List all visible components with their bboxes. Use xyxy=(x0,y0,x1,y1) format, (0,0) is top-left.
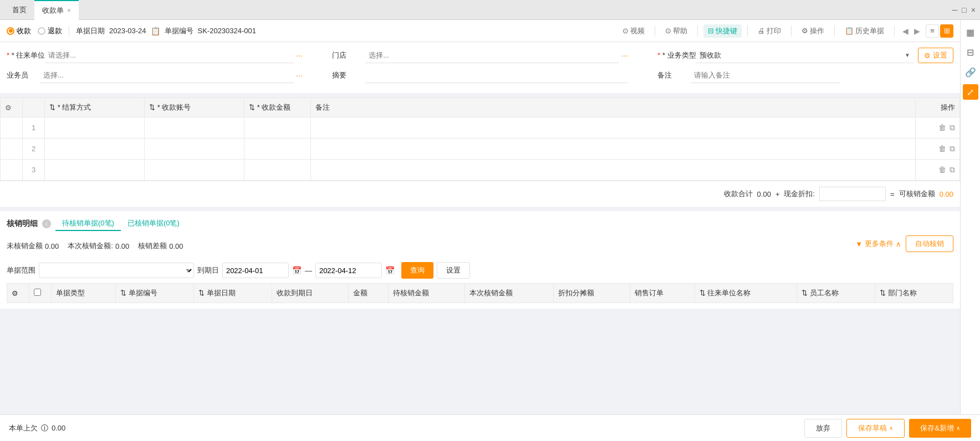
cal-from-icon[interactable]: 📅 xyxy=(292,266,302,275)
win-close-btn[interactable]: × xyxy=(971,6,976,14)
save-draft-btn[interactable]: 保存草稿 ∧ xyxy=(846,419,905,438)
summary-row: 收款合计 0.00 + 现金折扣: = 可核销金额 0.00 xyxy=(0,181,960,211)
date-from-input[interactable] xyxy=(222,263,289,278)
counterpart-input[interactable] xyxy=(45,48,294,63)
row-amount-3[interactable] xyxy=(244,160,311,181)
help-label: 帮助 xyxy=(673,26,687,36)
save-new-arrow-icon: ∧ xyxy=(956,425,960,431)
query-btn[interactable]: 查询 xyxy=(401,262,433,279)
store-input[interactable] xyxy=(365,48,619,63)
sidebar-icon-4[interactable]: ⤢ xyxy=(963,84,978,100)
row-delete-1[interactable]: 🗑 xyxy=(938,123,946,132)
table-settings-icon[interactable]: ⚙ xyxy=(5,104,12,112)
select-all-checkbox[interactable] xyxy=(34,289,41,296)
shortcut-label: 快捷键 xyxy=(716,26,737,36)
store-more-icon[interactable]: ··· xyxy=(621,51,628,60)
settings-label: 设置 xyxy=(933,50,947,60)
staff-input[interactable] xyxy=(40,68,294,83)
remark-input[interactable] xyxy=(691,68,840,83)
row-amount-2[interactable] xyxy=(244,139,311,160)
operation-btn[interactable]: ⚙ 操作 xyxy=(797,24,829,38)
row-copy-2[interactable]: ⧉ xyxy=(950,144,955,153)
divider-4 xyxy=(747,25,748,37)
summary-input[interactable] xyxy=(365,68,628,83)
tab-home[interactable]: 首页 xyxy=(4,0,34,20)
row-account-2[interactable] xyxy=(145,139,244,160)
writeoff-info-icon[interactable]: i xyxy=(42,219,51,228)
table-row: 2 🗑 ⧉ xyxy=(1,139,960,160)
win-maximize-btn[interactable]: □ xyxy=(962,6,966,14)
tab-pending[interactable]: 待核销单据(0笔) xyxy=(55,217,121,231)
video-icon: ⊙ xyxy=(622,27,629,35)
tab-receipt[interactable]: 收款单 × xyxy=(34,0,79,20)
sidebar-icon-2[interactable]: ⊟ xyxy=(963,44,978,60)
history-btn[interactable]: 📋 历史单据 xyxy=(840,24,889,38)
row-copy-1[interactable]: ⧉ xyxy=(950,123,955,132)
row-remark-3[interactable] xyxy=(311,160,916,181)
help-btn[interactable]: ⊙ 帮助 xyxy=(661,24,692,38)
bottom-settings-btn[interactable]: 设置 xyxy=(437,262,470,279)
main-content: 收款 退款 单据日期 2023-03-24 📋 单据编号 SK-20230324… xyxy=(0,20,960,309)
row-settle-2[interactable] xyxy=(45,139,145,160)
row-delete-2[interactable]: 🗑 xyxy=(938,144,946,153)
remark-label: 备注 xyxy=(657,70,691,80)
tab-close-icon[interactable]: × xyxy=(67,7,71,14)
row-settle-1[interactable] xyxy=(45,117,145,139)
win-minimize-btn[interactable]: ─ xyxy=(952,6,957,14)
date-to-input[interactable] xyxy=(315,263,382,278)
total-val: 0.00 xyxy=(757,190,771,198)
col-account-header: ⇅ * 收款账号 xyxy=(145,98,244,117)
row-num-2: 2 xyxy=(23,139,45,160)
col-num-header: ⇅ 单据编号 xyxy=(116,284,194,303)
calendar-icon[interactable]: 📋 xyxy=(151,27,160,35)
counterpart-more-icon[interactable]: ··· xyxy=(296,51,303,60)
video-btn[interactable]: ⊙ 视频 xyxy=(618,24,649,38)
unchecked-val: 0.00 xyxy=(45,242,59,250)
auto-writeoff-btn[interactable]: 自动核销 xyxy=(906,235,953,252)
next-arrow[interactable]: ▶ xyxy=(912,25,922,37)
row-settings-1 xyxy=(1,117,23,139)
row-op-3: 🗑 ⧉ xyxy=(916,160,960,181)
row-op-2: 🗑 ⧉ xyxy=(916,139,960,160)
row-account-1[interactable] xyxy=(145,117,244,139)
print-icon: 🖨 xyxy=(758,27,765,35)
tab-done[interactable]: 已核销单据(0笔) xyxy=(121,217,186,231)
row-remark-2[interactable] xyxy=(311,139,916,160)
settings-button[interactable]: ⚙ 设置 xyxy=(918,48,953,63)
staff-more-icon[interactable]: ··· xyxy=(296,71,303,80)
prev-arrow[interactable]: ◀ xyxy=(900,25,911,37)
receipt-type-group: 收款 退款 xyxy=(7,26,62,36)
balance-info-icon[interactable]: ⓘ xyxy=(41,423,48,433)
settings-icon-bottom[interactable]: ⚙ xyxy=(12,289,18,298)
writeoff-section-title: 核销明细 xyxy=(7,219,38,229)
list-view-btn[interactable]: ≡ xyxy=(926,24,939,38)
row-copy-3[interactable]: ⧉ xyxy=(950,165,955,175)
sidebar-icon-1[interactable]: ▦ xyxy=(963,24,978,40)
discount-input[interactable] xyxy=(819,187,886,201)
row-remark-1[interactable] xyxy=(311,117,916,139)
writeoff-section: 核销明细 i 待核销单据(0笔) 已核销单据(0笔) 未核销金额 0.00 本次… xyxy=(0,211,960,309)
this-time-val: 0.00 xyxy=(115,242,129,250)
business-type-arrow: ▼ xyxy=(905,52,910,58)
footer: 本单上欠 ⓘ 0.00 放弃 保存草稿 ∧ 保存&新增 ∧ xyxy=(0,414,980,441)
window-controls: ─ □ × xyxy=(952,6,976,14)
grid-view-btn[interactable]: ⊞ xyxy=(940,24,953,38)
remark-field: 备注 xyxy=(657,68,953,83)
radio-receive[interactable]: 收款 xyxy=(7,26,31,36)
divider-3 xyxy=(697,25,698,37)
sort-bottom-4: ⇅ xyxy=(802,289,808,297)
shortcut-btn[interactable]: ⊟ 快捷键 xyxy=(703,24,742,38)
abandon-btn[interactable]: 放弃 xyxy=(804,419,842,438)
business-type-select[interactable]: 预收款 ▼ xyxy=(696,48,913,63)
row-settle-3[interactable] xyxy=(45,160,145,181)
save-new-btn[interactable]: 保存&新增 ∧ xyxy=(909,419,971,438)
sidebar-icon-3[interactable]: 🔗 xyxy=(963,64,978,80)
radio-refund[interactable]: 退款 xyxy=(38,26,62,36)
cal-to-icon[interactable]: 📅 xyxy=(385,266,395,275)
row-amount-1[interactable] xyxy=(244,117,311,139)
row-account-3[interactable] xyxy=(145,160,244,181)
row-delete-3[interactable]: 🗑 xyxy=(938,165,946,175)
print-btn[interactable]: 🖨 打印 xyxy=(753,24,785,38)
filter-more-btn[interactable]: ▼ 更多条件 ∧ xyxy=(855,239,901,249)
range-select[interactable] xyxy=(39,263,194,278)
